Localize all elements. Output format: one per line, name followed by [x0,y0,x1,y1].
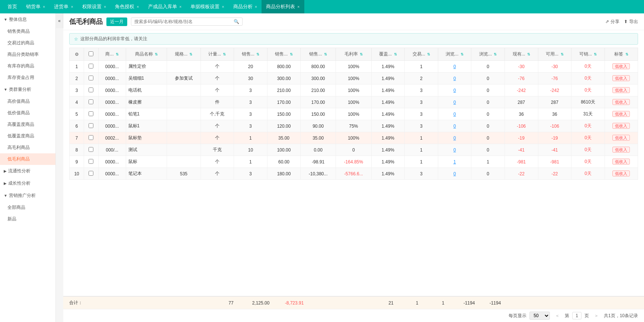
nav-home[interactable]: 首页 [3,0,22,13]
col-trade[interactable]: 交易... ⇅ [405,48,438,61]
sidebar-group-flow[interactable]: ▶ 流通性分析 [0,165,55,177]
col-code[interactable]: 商... ⇅ [98,48,126,61]
row-sales-amount: 170.00 [301,96,336,108]
sidebar-group-marketing-arrow: ▼ [4,194,7,198]
row-browse1[interactable]: 0 [438,85,471,96]
row-spec [167,96,201,108]
row-browse1[interactable]: 0 [438,132,471,144]
col-current-stock[interactable]: 现有... ⇅ [504,48,538,61]
nav-goods-analysis-list[interactable]: 商品分析列表 × [262,0,304,13]
sidebar-group-cluster[interactable]: ▼ 类群量分析 [0,83,55,96]
nav-close-sales-order[interactable]: × [43,4,45,9]
sidebar-item-category-rate[interactable]: 商品分类助销率 [0,49,55,60]
row-name: 测试 [126,144,167,156]
col-settings[interactable]: ⚙ [70,48,84,61]
row-checkbox[interactable] [84,61,99,73]
row-spec [167,61,201,73]
row-available: -30 [538,61,571,73]
row-checkbox[interactable] [84,120,99,132]
sidebar-item-high-value[interactable]: 高价值商品 [0,96,55,107]
sidebar-item-all-goods[interactable]: 全部商品 [0,202,55,213]
sidebar-group-overall[interactable]: ▼ 整体信息 [0,13,55,26]
row-coverage: 1.49% [371,73,405,85]
nav-goods-analysis[interactable]: 商品分析 × [229,0,262,13]
col-spec[interactable]: 规格... ⇅ [167,48,201,61]
row-checkbox[interactable] [84,144,99,156]
row-settings: 9 [70,156,84,168]
row-browse1[interactable]: 0 [438,168,471,180]
next-page-button[interactable]: ＞ [592,312,601,320]
search-icon[interactable]: 🔍 [234,19,239,24]
col-sales-qty[interactable]: 销售... ⇅ [234,48,267,61]
row-checkbox[interactable] [84,156,99,168]
row-checkbox[interactable] [84,108,99,120]
col-available[interactable]: 可用... ⇅ [538,48,571,61]
row-sales-qty: 1 [234,156,267,168]
notice-bar: ☆ 这部分商品的利润非常低，请关注 [69,33,638,45]
row-browse1[interactable]: 0 [438,61,471,73]
nav-sales-order[interactable]: 销货单 × [22,0,49,13]
current-page-number[interactable]: 1 [572,312,581,319]
row-browse1[interactable]: 0 [438,108,471,120]
row-browse1[interactable]: 1 [438,156,471,168]
sidebar-item-sales-goods[interactable]: 销售类商品 [0,26,55,37]
col-tag[interactable]: 标签 ⇅ [605,48,638,61]
col-sales-price[interactable]: 销售... ⇅ [267,48,301,61]
nav-role-auth[interactable]: 角色授权 × [110,0,143,13]
row-coverage: 1.49% [371,108,405,120]
nav-close-template-settings[interactable]: × [222,4,224,9]
sidebar-collapse-button[interactable]: « [56,13,63,28]
nav-close-product-entry[interactable]: × [179,4,182,9]
nav-purchase-order[interactable]: 进货单 × [49,0,77,13]
col-browse2[interactable]: 浏览... ⇅ [471,48,505,61]
nav-close-role-auth[interactable]: × [137,4,139,9]
col-unit[interactable]: 计量... ⇅ [201,48,234,61]
col-name[interactable]: 商品名称 ⇅ [126,48,167,61]
row-available: 36 [538,108,571,120]
col-sales-amount[interactable]: 销售... ⇅ [301,48,336,61]
row-trade: 3 [405,108,438,120]
sidebar-group-growth[interactable]: ▶ 成长性分析 [0,177,55,189]
row-code: 0000... [98,108,126,120]
nav-close-purchase-order[interactable]: × [71,4,73,9]
row-checkbox[interactable] [84,73,99,85]
sidebar-item-stocked-goods[interactable]: 有库存的商品 [0,60,55,72]
row-checkbox[interactable] [84,132,99,144]
export-button[interactable]: ⬆ 导出 [624,19,638,25]
page-size-select[interactable]: 50 100 200 [529,312,550,320]
sidebar-item-high-margin[interactable]: 高毛利商品 [0,142,55,153]
col-coverage[interactable]: 覆盖... ⇅ [371,48,405,61]
sidebar-item-low-coverage[interactable]: 低覆盖度商品 [0,130,55,142]
totals-browse1: 1 [404,300,430,306]
col-saleable[interactable]: 可销... ⇅ [571,48,605,61]
nav-close-permissions[interactable]: × [104,4,106,9]
col-checkbox[interactable] [84,48,99,61]
sidebar-item-traded-goods[interactable]: 交易过的商品 [0,37,55,49]
prev-page-button[interactable]: ＜ [553,312,562,320]
sidebar-item-low-margin[interactable]: 低毛利商品 [0,153,55,165]
col-browse1[interactable]: 浏览... ⇅ [438,48,471,61]
sidebar-item-low-value[interactable]: 低价值商品 [0,107,55,119]
row-sales-price: 800.00 [267,61,301,73]
search-input[interactable] [134,19,231,24]
sidebar-item-stock-funds[interactable]: 库存资金占用 [0,72,55,83]
row-browse1[interactable]: 0 [438,73,471,85]
sidebar-group-marketing[interactable]: ▼ 营销推广分析 [0,189,55,202]
nav-permissions[interactable]: 权限设置 × [78,0,110,13]
row-checkbox[interactable] [84,85,99,96]
row-browse1[interactable]: 0 [438,120,471,132]
col-gross-margin[interactable]: 毛利率 ⇅ [336,48,371,61]
select-all-checkbox[interactable] [89,51,93,56]
nav-template-settings[interactable]: 单据模板设置 × [186,0,228,13]
nav-product-entry[interactable]: 产成品入库单 × [144,0,186,13]
nav-close-goods-analysis-list[interactable]: × [297,4,299,9]
row-browse1[interactable]: 0 [438,96,471,108]
sidebar-item-high-coverage[interactable]: 高覆盖度商品 [0,119,55,130]
row-browse1[interactable]: 0 [438,144,471,156]
sidebar-item-new-goods[interactable]: 新品 [0,213,55,225]
row-checkbox[interactable] [84,96,99,108]
nav-close-goods-analysis[interactable]: × [255,4,257,9]
filter-date-button[interactable]: 近一月 [106,17,127,26]
row-checkbox[interactable] [84,168,99,180]
share-button[interactable]: ⇗ 分享 [605,19,619,25]
